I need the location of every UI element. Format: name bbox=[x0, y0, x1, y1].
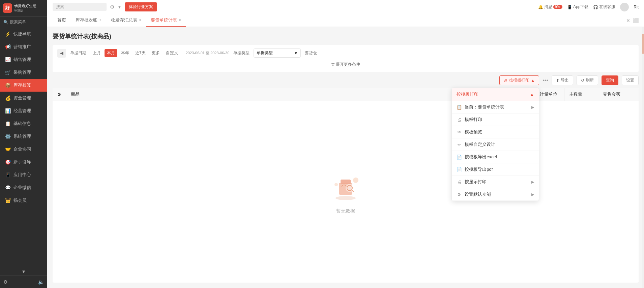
sidebar-item-inventory[interactable]: 📦 库存核算 bbox=[0, 79, 47, 92]
print-dropdown-arrow: ▲ bbox=[531, 78, 535, 83]
sidebar-item-sales[interactable]: 📈 销售管理 bbox=[0, 53, 47, 66]
table-empty-state: 暂无数据 bbox=[53, 101, 639, 283]
username-label[interactable]: Rit bbox=[634, 5, 639, 9]
filter-collapse-btn[interactable]: ◀ bbox=[57, 49, 66, 58]
expand-more-btn[interactable]: ▽ 展开更多条件 bbox=[329, 60, 363, 69]
sidebar-item-wechat[interactable]: 💬 企业微信 bbox=[0, 181, 47, 194]
template-print-item[interactable]: 🖨 模板打印 bbox=[452, 114, 539, 126]
tab-home[interactable]: 首页 bbox=[53, 14, 71, 27]
date-btn-more[interactable]: 更多 bbox=[149, 49, 162, 57]
export-button[interactable]: ⬆ 导出 bbox=[552, 75, 573, 85]
messages-button[interactable]: 🔔 消息 99+ bbox=[538, 4, 562, 10]
sidebar-search[interactable]: 🔍 搜索菜单 bbox=[0, 17, 47, 28]
template-custom-item[interactable]: ✏ 模板自定义设计 bbox=[452, 138, 539, 151]
app-download-label: App下载 bbox=[573, 4, 588, 10]
online-service-label: 在线客服 bbox=[599, 4, 615, 10]
date-btn-custom[interactable]: 自定义 bbox=[164, 49, 180, 57]
date-btn-this-year[interactable]: 本年 bbox=[119, 49, 131, 57]
sidebar-item-marketing[interactable]: 📢 营销推广 bbox=[0, 40, 47, 53]
print-template-button[interactable]: 🖨 按模板打印 ▲ bbox=[499, 75, 539, 85]
sidebar-item-label: 基础信息 bbox=[13, 121, 31, 127]
industry-solution-button[interactable]: 体验行业方案 bbox=[125, 2, 157, 11]
print-btn-wrap: 🖨 按模板打印 ▲ 按模板打印 ▲ � bbox=[499, 75, 539, 85]
col-icon[interactable]: ⚙ bbox=[53, 89, 66, 100]
template-excel-icon: 📄 bbox=[457, 155, 462, 160]
col-amount: 零售金额 bbox=[598, 88, 639, 101]
template-preview-item[interactable]: 👁 模板预览 bbox=[452, 126, 539, 138]
template-excel-item[interactable]: 📄 按模板导出excel bbox=[452, 151, 539, 163]
sidebar-item-collab[interactable]: 🤝 企业协同 bbox=[0, 143, 47, 156]
sidebar-item-system[interactable]: ⚙️ 系统管理 bbox=[0, 130, 47, 143]
window-maximize-btn[interactable]: ⬜ bbox=[633, 18, 639, 23]
type-select-value: 单据类型 bbox=[257, 50, 273, 56]
headset-icon: 🎧 bbox=[593, 5, 598, 9]
logo-app-name: 畅捷通好生意 bbox=[14, 3, 36, 8]
display-print-arrow: ▶ bbox=[531, 180, 534, 184]
header-gear-icon[interactable]: ⚙ bbox=[110, 4, 114, 10]
sidebar-item-operations[interactable]: 📊 经营管理 bbox=[0, 104, 47, 117]
user-avatar[interactable] bbox=[620, 3, 629, 11]
tab-batch-account-close[interactable]: × bbox=[99, 18, 101, 22]
type-filter-select[interactable]: 单据类型 ▼ bbox=[254, 49, 301, 58]
sidebar: 好 畅捷通好生意 标准版 🔍 搜索菜单 ⚡ 快捷导航 📢 营销推广 📈 销售管理… bbox=[0, 0, 47, 288]
wechat-icon: 💬 bbox=[5, 185, 11, 190]
empty-text-label: 暂无数据 bbox=[336, 208, 355, 214]
tab-receipt-summary-close[interactable]: × bbox=[139, 18, 141, 22]
date-btn-recent7[interactable]: 近7天 bbox=[133, 49, 148, 57]
marketing-icon: 📢 bbox=[5, 44, 11, 50]
date-btn-this-month[interactable]: 本月 bbox=[105, 49, 117, 57]
sidebar-logo[interactable]: 好 畅捷通好生意 标准版 bbox=[0, 0, 47, 17]
sidebar-item-label: 销售管理 bbox=[13, 57, 31, 63]
default-func-section[interactable]: ⚙ 设置默认功能 ▶ bbox=[452, 188, 539, 201]
action-bar: 🖨 按模板打印 ▲ 按模板打印 ▲ � bbox=[53, 75, 639, 85]
tab-order-stats[interactable]: 要货单统计表 × bbox=[146, 14, 186, 27]
current-template-arrow: ▶ bbox=[531, 105, 534, 109]
online-service-button[interactable]: 🎧 在线客服 bbox=[593, 4, 615, 10]
refresh-label: 刷新 bbox=[586, 77, 594, 83]
sidebar-item-quick-nav[interactable]: ⚡ 快捷导航 bbox=[0, 28, 47, 40]
sidebar-item-finance[interactable]: 💰 资金管理 bbox=[0, 92, 47, 104]
app-download-button[interactable]: 📱 App下载 bbox=[567, 4, 588, 10]
bell-icon: 🔔 bbox=[538, 5, 543, 9]
sidebar-item-basics[interactable]: 📋 基础信息 bbox=[0, 117, 47, 130]
logo-app-sub: 标准版 bbox=[14, 8, 36, 13]
sidebar-item-purchase[interactable]: 🛒 采购管理 bbox=[0, 66, 47, 79]
tabs-right-controls: ✕ ⬜ bbox=[626, 18, 639, 23]
sidebar-footer: ⚙ 🔈 bbox=[0, 276, 47, 288]
sidebar-item-guide[interactable]: 🎯 新手引导 bbox=[0, 156, 47, 168]
window-close-btn[interactable]: ✕ bbox=[626, 18, 630, 23]
sidebar-item-label: 系统管理 bbox=[13, 133, 31, 139]
settings-footer-icon[interactable]: ⚙ bbox=[3, 279, 8, 285]
sidebar-item-member[interactable]: 👑 畅会员 bbox=[0, 194, 47, 207]
tab-order-stats-close[interactable]: × bbox=[179, 18, 181, 22]
print-dropdown-title: 按模板打印 bbox=[457, 91, 478, 97]
sidebar-item-label: 应用中心 bbox=[13, 172, 31, 178]
tab-receipt-summary[interactable]: 收发存汇总表 × bbox=[106, 14, 146, 27]
query-button[interactable]: 查询 bbox=[602, 75, 618, 85]
inventory-icon: 📦 bbox=[5, 83, 11, 88]
current-template-item[interactable]: 📋 当前：要货单统计表 ▶ bbox=[452, 101, 539, 114]
sidebar-scroll-down[interactable]: ▼ bbox=[0, 268, 47, 276]
print-dropdown-header: 按模板打印 ▲ bbox=[452, 88, 539, 101]
sidebar-item-label: 营销推广 bbox=[13, 44, 31, 50]
right-scrollbar[interactable] bbox=[642, 27, 644, 288]
export-icon: ⬆ bbox=[556, 78, 559, 83]
scrollbar-thumb[interactable] bbox=[642, 34, 644, 54]
filter-bar: ◀ 单据日期 上月 本月 本年 近7天 更多 自定义 2023-06-01 至 … bbox=[53, 45, 639, 72]
main-area: 搜索 ⚙ ▼ 体验行业方案 🔔 消息 99+ 📱 App下载 🎧 在线客服 Ri… bbox=[47, 0, 644, 288]
tab-batch-account[interactable]: 库存批次账 × bbox=[71, 14, 106, 27]
current-template-label: 当前：要货单统计表 bbox=[465, 104, 504, 110]
sidebar-item-appcenter[interactable]: 📱 应用中心 bbox=[0, 168, 47, 181]
refresh-button[interactable]: ↺ 刷新 bbox=[577, 75, 598, 85]
display-print-section[interactable]: 🖨 按显示打印 ▶ bbox=[452, 176, 539, 188]
speaker-footer-icon[interactable]: 🔈 bbox=[38, 279, 44, 285]
settings-button[interactable]: 设置 bbox=[622, 75, 639, 85]
template-pdf-item[interactable]: 📄 按模板导出pdf bbox=[452, 163, 539, 176]
date-range-display: 2023-06-01 至 2023-06-30 bbox=[186, 51, 230, 56]
date-btn-last-month[interactable]: 上月 bbox=[90, 49, 103, 57]
query-label: 查询 bbox=[606, 77, 614, 83]
header-dropdown-icon[interactable]: ▼ bbox=[118, 5, 121, 9]
more-options-icon[interactable]: ••• bbox=[543, 77, 548, 84]
sidebar-search-label: 搜索菜单 bbox=[10, 19, 26, 25]
header-search-box[interactable]: 搜索 bbox=[53, 3, 107, 11]
